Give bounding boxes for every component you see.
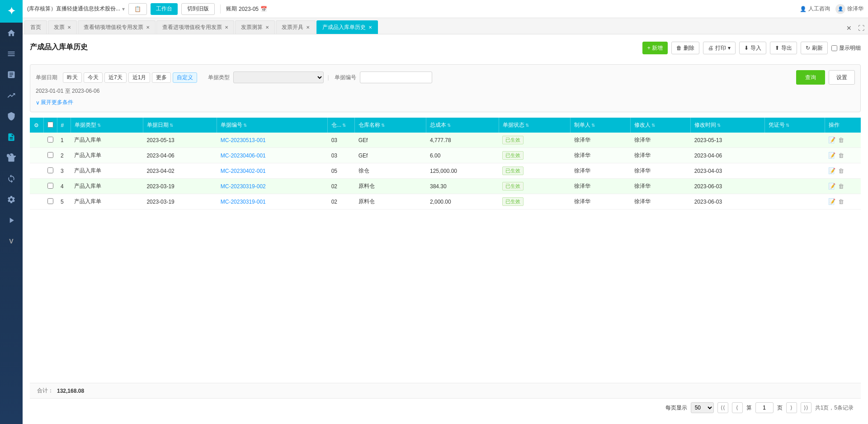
tab-purchase-vat-close[interactable]: ✕: [225, 25, 228, 30]
sidebar-item-settings[interactable]: [0, 189, 23, 210]
col-modifier[interactable]: 修改人⇅: [631, 118, 691, 133]
import-button[interactable]: ⬇ 导入: [739, 42, 766, 54]
company-dropdown-icon[interactable]: ▾: [122, 6, 125, 12]
query-button[interactable]: 查询: [796, 70, 825, 85]
sidebar-item-security[interactable]: [0, 106, 23, 127]
next-page-button[interactable]: ⟩: [786, 402, 797, 413]
sidebar-item-analytics[interactable]: [0, 85, 23, 106]
per-page-select[interactable]: 50 10 20 100: [691, 402, 714, 413]
row-checkbox-2[interactable]: [47, 167, 53, 173]
sidebar-item-report[interactable]: [0, 64, 23, 85]
date-7days-btn[interactable]: 近7天: [104, 72, 127, 83]
user-section[interactable]: 👤 徐泽华: [835, 4, 863, 14]
expand-filter-button[interactable]: ∨ 展开更多条件: [36, 99, 73, 106]
date-1month-btn[interactable]: 近1月: [128, 72, 151, 83]
tab-home[interactable]: 首页: [24, 20, 47, 34]
col-type[interactable]: 单据类型⇅: [71, 118, 143, 133]
select-all-checkbox[interactable]: [47, 122, 53, 128]
tab-sales-vat-close[interactable]: ✕: [146, 25, 150, 30]
col-number[interactable]: 单据编号⇅: [217, 118, 328, 133]
last-page-button[interactable]: ⟩⟩: [801, 402, 811, 413]
tab-purchase-vat[interactable]: 查看进项增值税专用发票 ✕: [156, 20, 234, 34]
row-edit-icon-2[interactable]: 📝: [828, 167, 835, 174]
row-edit-icon-1[interactable]: 📝: [828, 152, 835, 159]
support-section[interactable]: 👤 人工咨询: [800, 5, 830, 13]
col-warehouse-code[interactable]: 仓...⇅: [328, 118, 355, 133]
sidebar-item-home[interactable]: [0, 23, 23, 43]
sidebar-item-version[interactable]: V: [0, 231, 23, 252]
sidebar-item-workflow[interactable]: [0, 168, 23, 189]
row-checkbox-cell-1[interactable]: [43, 148, 57, 163]
export-button[interactable]: ⬆ 导出: [770, 42, 797, 54]
row-checkbox-cell-4[interactable]: [43, 194, 57, 210]
col-creator[interactable]: 制单人⇅: [571, 118, 631, 133]
col-voucher[interactable]: 凭证号⇅: [764, 118, 825, 133]
settings-icon[interactable]: ⚙: [34, 122, 39, 129]
tab-maximize-button[interactable]: ⛶: [856, 24, 866, 33]
tab-invoice-calc[interactable]: 发票测算 ✕: [235, 20, 275, 34]
col-checkbox[interactable]: [43, 118, 57, 133]
row-delete-icon-4[interactable]: 🗑: [838, 198, 844, 205]
row-delete-icon-0[interactable]: 🗑: [838, 137, 844, 143]
row-checkbox-3[interactable]: [47, 183, 53, 189]
date-yesterday-btn[interactable]: 昨天: [63, 72, 82, 83]
tab-invoice-issue[interactable]: 发票开具 ✕: [276, 20, 316, 34]
row-edit-icon-4[interactable]: 📝: [828, 198, 835, 205]
col-warehouse-name[interactable]: 仓库名称⇅: [355, 118, 426, 133]
row-number-link-1[interactable]: MC-20230406-001: [221, 152, 266, 159]
prev-page-button[interactable]: ⟨: [732, 402, 743, 413]
row-number-4[interactable]: MC-20230319-001: [217, 194, 328, 210]
tab-invoice[interactable]: 发票 ✕: [48, 20, 77, 34]
print-button[interactable]: 🖨 打印 ▾: [703, 42, 736, 54]
row-checkbox-1[interactable]: [47, 152, 53, 158]
copy-button[interactable]: 📋: [128, 3, 147, 15]
company-selector[interactable]: (库存核算）直播轻捷通信息技术股份... ▾: [27, 5, 125, 13]
sidebar-item-play[interactable]: [0, 210, 23, 231]
show-detail-checkbox[interactable]: [831, 45, 837, 51]
setting-button[interactable]: 设置: [829, 70, 855, 85]
date-custom-btn[interactable]: 自定义: [173, 72, 197, 83]
delete-button[interactable]: 🗑 删除: [671, 42, 699, 54]
type-filter-select[interactable]: [233, 71, 324, 83]
row-checkbox-0[interactable]: [47, 137, 53, 143]
show-detail-checkbox-container[interactable]: 显示明细: [831, 44, 861, 52]
calendar-icon[interactable]: 📅: [260, 6, 267, 12]
tab-product-instock[interactable]: 产成品入库单历史 ✕: [316, 20, 378, 34]
row-number-3[interactable]: MC-20230319-002: [217, 179, 328, 194]
tab-invoice-issue-close[interactable]: ✕: [306, 25, 310, 30]
row-number-link-0[interactable]: MC-20230513-001: [221, 137, 266, 143]
row-checkbox-cell-2[interactable]: [43, 163, 57, 179]
first-page-button[interactable]: ⟨⟨: [717, 402, 728, 413]
tab-close-all-button[interactable]: ✕: [844, 24, 854, 33]
tab-sales-vat[interactable]: 查看销项增值税专用发票 ✕: [78, 20, 156, 34]
col-total-cost[interactable]: 总成本⇅: [426, 118, 499, 133]
row-number-1[interactable]: MC-20230406-001: [217, 148, 328, 163]
sidebar-item-documents[interactable]: [0, 127, 23, 148]
number-filter-input[interactable]: [360, 71, 432, 83]
row-delete-icon-1[interactable]: 🗑: [838, 152, 844, 159]
date-more-btn[interactable]: 更多: [152, 72, 171, 83]
tab-product-instock-close[interactable]: ✕: [368, 25, 372, 30]
row-number-link-4[interactable]: MC-20230319-001: [221, 199, 266, 205]
add-button[interactable]: + 新增: [642, 42, 668, 54]
col-settings[interactable]: ⚙: [30, 118, 43, 133]
row-edit-icon-3[interactable]: 📝: [828, 183, 835, 190]
row-number-0[interactable]: MC-20230513-001: [217, 133, 328, 148]
row-number-2[interactable]: MC-20230402-001: [217, 163, 328, 179]
row-checkbox-cell-3[interactable]: [43, 179, 57, 194]
sidebar-item-menu[interactable]: [0, 43, 23, 64]
col-date[interactable]: 单据日期⇅: [143, 118, 217, 133]
app-logo[interactable]: ✦: [0, 0, 23, 23]
page-number-input[interactable]: [755, 402, 774, 413]
col-modify-time[interactable]: 修改时间⇅: [691, 118, 764, 133]
col-status[interactable]: 单据状态⇅: [499, 118, 570, 133]
row-delete-icon-3[interactable]: 🗑: [838, 183, 844, 190]
refresh-button[interactable]: ↻ 刷新: [801, 42, 828, 54]
date-today-btn[interactable]: 今天: [84, 72, 103, 83]
row-number-link-3[interactable]: MC-20230319-002: [221, 183, 266, 190]
tab-invoice-close[interactable]: ✕: [67, 25, 71, 30]
row-edit-icon-0[interactable]: 📝: [828, 137, 835, 143]
row-checkbox-4[interactable]: [47, 198, 53, 204]
workbench-button[interactable]: 工作台: [151, 3, 178, 15]
tab-invoice-calc-close[interactable]: ✕: [265, 25, 269, 30]
